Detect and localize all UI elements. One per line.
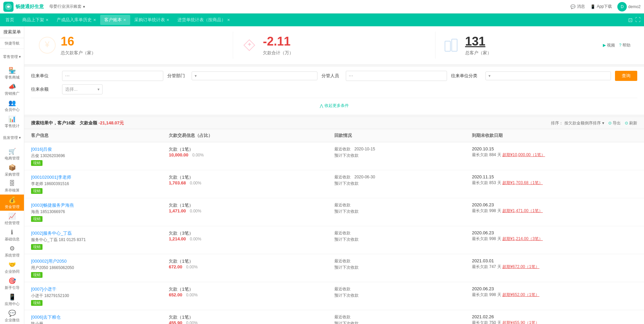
customer-name-link-2[interactable]: [0003]畅捷服务尹海燕 [31, 202, 169, 208]
debt-count-6: 欠款（1笔） [169, 314, 334, 320]
cell-customer-info-3: [0002]服务中心_丁磊 服务中心_丁磊 181 0125 8371 现销 [31, 230, 169, 250]
table-area: 客户信息 欠款交易信息（占比） 回款情况 到期未收款日期 [0016]吕俊 吕俊… [24, 129, 644, 324]
customer-name-link-3[interactable]: [0002]服务中心_丁磊 [31, 230, 169, 236]
overdue-amount-link-2[interactable]: 超期¥1,471.00（1笔） [502, 208, 543, 213]
results-actions: 排序： 按欠款金额倒序排序 ▾ ⊙ 导出 ⊙ 刷新 [551, 120, 637, 126]
search-menu[interactable]: 搜索菜单 [0, 26, 24, 38]
customer-phone-0: 吕俊 13026203696 [31, 153, 169, 159]
overdue-date-3: 2020.06.23 [472, 230, 637, 235]
newcomer-icon: 🎯 [8, 277, 16, 285]
tab-purchase-order[interactable]: 采购订单统计表 ✕ [130, 15, 173, 25]
export-btn[interactable]: ⊙ 导出 [608, 120, 621, 126]
help-icon: ? [619, 43, 621, 48]
collapse-button[interactable]: ⋀ 收起更多条件 [31, 101, 637, 111]
debt-ratio-5: 0.00% [186, 293, 198, 297]
logo-text: 畅捷通好生意 [16, 4, 44, 10]
tab-product-history[interactable]: 产成品入库单历史 ✕ [53, 15, 100, 25]
sort-select[interactable]: 排序： 按欠款金额倒序排序 ▾ [551, 120, 604, 126]
sidebar-item-marketing[interactable]: 📣 营销推广 [0, 81, 24, 97]
sidebar-item-corp-collab[interactable]: 🤝 企业协同 [0, 259, 24, 275]
sidebar-item-batch-mgmt[interactable]: 批发管理 ▾ [0, 130, 24, 146]
customer-phone-1: 李老师 18600391516 [31, 181, 169, 187]
message-btn[interactable]: 💬 消息 [570, 4, 585, 9]
sidebar-item-newcomer[interactable]: 🎯 新手引导 [0, 275, 24, 292]
sidebar-item-finance[interactable]: 💰 资金管理 [0, 195, 24, 211]
tab-import-stats-close[interactable]: ✕ [227, 18, 230, 22]
main-content: ¥ 16 总欠款客户（家） ✦ -2.11 欠款合计（万） [24, 26, 644, 324]
overdue-amount-link-5[interactable]: 超期¥652.00（1笔） [502, 292, 539, 297]
tab-home[interactable]: 首页 [1, 15, 18, 25]
debt-amount-3: 1,214.00 [169, 236, 186, 241]
customer-name-link-4[interactable]: [000002]用户2050 [31, 258, 169, 264]
col-customer-info: 客户信息 [31, 132, 169, 139]
overdue-amount-link-6[interactable]: 超期¥455.90（1笔） [502, 320, 539, 324]
tab-goods-toggle[interactable]: 商品上下架 ✕ [18, 15, 53, 25]
collapse-label: 收起更多条件 [325, 103, 349, 109]
sidebar-item-ops[interactable]: 📈 经营管理 [0, 211, 24, 227]
nav-restore-icon[interactable]: ⊡ [628, 17, 633, 23]
sidebar-item-system[interactable]: ⚙ 系统管理 [0, 243, 24, 259]
filter-row-1: 往来单位 ··· 分管部门 ▾ 分管人员 ··· 往来单位分类 ▾ 查询 [31, 71, 637, 81]
sidebar-item-retail-mgmt[interactable]: 零售管理 ▾ [0, 49, 24, 65]
next-payment-2: 预计下次收款 [334, 209, 472, 214]
source-unit-input[interactable]: ··· [62, 71, 163, 81]
sort-arrow-icon: ▾ [602, 121, 604, 125]
sidebar-item-member[interactable]: 👥 会员中心 [0, 97, 24, 114]
quick-nav-item[interactable]: 快捷导航 [0, 38, 24, 49]
overdue-amount-link-4[interactable]: 超期¥672.00（1笔） [502, 264, 539, 269]
tab-goods-toggle-close[interactable]: ✕ [46, 18, 49, 22]
person-input[interactable]: ··· [346, 71, 447, 81]
purchase-icon: 📦 [8, 164, 16, 171]
cell-payment-3: 最近收款 预计下次收款 [334, 230, 472, 242]
balance-select[interactable]: 选择... ▾ [62, 84, 103, 94]
tab-purchase-order-close[interactable]: ✕ [166, 18, 169, 22]
app-icon: 📱 [590, 4, 595, 9]
user-area[interactable]: D demo2 [617, 2, 641, 11]
overdue-amount-link-3[interactable]: 超期¥1,214.00（3笔） [502, 236, 543, 241]
dept-select[interactable]: ▾ [192, 71, 317, 80]
layout: 搜索菜单 快捷导航 零售管理 ▾ 🏪 零售商城 📣 营销推广 👥 会员中心 📊 … [0, 26, 644, 324]
video-btn[interactable]: ▶ 视频 [603, 42, 615, 48]
sidebar-marketing-label: 营销推广 [5, 91, 20, 96]
unit-category-select[interactable]: ▾ [485, 71, 611, 80]
debt-ratio-0: 0.00% [192, 153, 204, 157]
overdue-amount-link-1[interactable]: 超期¥1,703.68（1笔） [502, 180, 543, 185]
cell-overdue-3: 2020.06.23 最长欠款 998 天 超期¥1,214.00（3笔） [472, 230, 637, 242]
tab-customer-account-close[interactable]: ✕ [123, 18, 126, 22]
sidebar-item-purchase[interactable]: 📦 采购管理 [0, 162, 24, 178]
sidebar-item-inventory[interactable]: 🗄 库存核算 [0, 178, 24, 195]
sidebar-item-corp-wechat[interactable]: 💬 企业微信 [0, 308, 24, 324]
refresh-btn[interactable]: ⊙ 刷新 [625, 120, 637, 126]
table-rows: [0016]吕俊 吕俊 13026203696 现销 欠款（1笔） 10,000… [24, 142, 644, 324]
overdue-amount-link-0[interactable]: 超期¥10,000.00（1笔） [502, 152, 545, 157]
customer-name-link-6[interactable]: [0006]去下粮仓 [31, 314, 169, 320]
tab-import-stats[interactable]: 进货单统计表（按商品） ✕ [173, 15, 234, 25]
sidebar-item-ecom[interactable]: 🛒 电商管理 [0, 146, 24, 162]
cell-debt-info-6: 欠款（1笔） 455.90 0.00% [169, 314, 334, 324]
sidebar-item-basic-info[interactable]: ℹ 基础信息 [0, 227, 24, 243]
cell-debt-info-3: 欠款（3笔） 1,214.00 0.00% [169, 230, 334, 241]
customer-name-link-0[interactable]: [0016]吕俊 [31, 146, 169, 152]
cell-debt-info-1: 欠款（1笔） 1,703.68 0.00% [169, 174, 334, 185]
customer-name-link-5[interactable]: [0007]小迸干 [31, 286, 169, 292]
cell-debt-info-0: 欠款（1笔） 10,000.00 0.00% [169, 146, 334, 157]
col-debt-info: 欠款交易信息（占比） [169, 132, 334, 139]
tab-product-history-close[interactable]: ✕ [93, 18, 96, 22]
customer-name-link-1[interactable]: [0001020001]李老师 [31, 174, 169, 180]
cell-payment-1: 最近收款 2020-06-30 预计下次收款 [334, 174, 472, 186]
app-download-btn[interactable]: 📱 App下载 [590, 4, 612, 9]
sidebar-retail-stats-label: 零售统计 [5, 124, 20, 128]
debt-ratio-3: 0.00% [190, 237, 201, 241]
sidebar-item-retail-stats[interactable]: 📊 零售统计 [0, 114, 24, 130]
overdue-days-5: 最长欠款 998 天 超期¥652.00（1笔） [472, 292, 637, 298]
tab-customer-account[interactable]: 客户账本 ✕ [100, 15, 130, 25]
stats-row: ¥ 16 总欠款客户（家） ✦ -2.11 欠款合计（万） [24, 26, 644, 64]
help-btn[interactable]: ? 帮助 [619, 42, 631, 48]
sidebar-item-app-center[interactable]: 📱 应用中心 [0, 292, 24, 308]
nav-expand-icon[interactable]: ⛶ [635, 17, 641, 23]
query-button[interactable]: 查询 [615, 71, 637, 81]
customer-phone-2: 海燕 18513066976 [31, 209, 169, 215]
sidebar-item-retail-mall[interactable]: 🏪 零售商城 [0, 65, 24, 81]
company-select[interactable]: 母婴行业演示账套 ▾ [47, 4, 88, 9]
sidebar-system-label: 系统管理 [5, 253, 20, 258]
